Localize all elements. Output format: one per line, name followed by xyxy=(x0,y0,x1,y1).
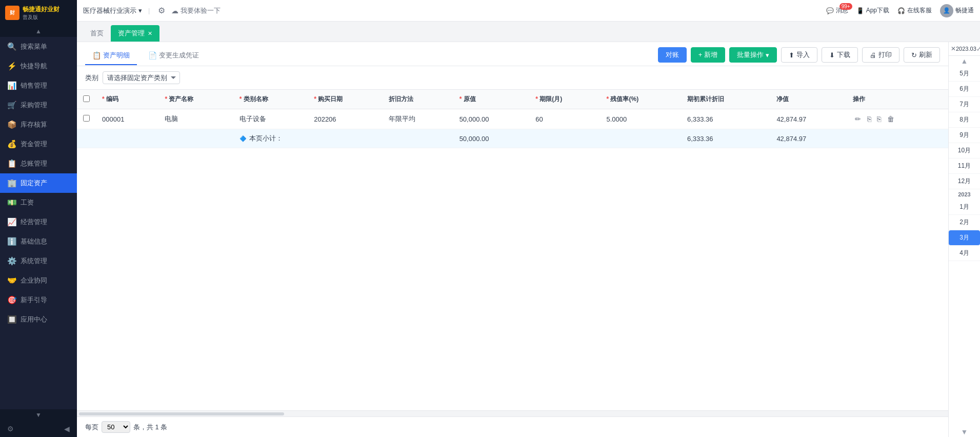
cell-original-value: 50,000.00 xyxy=(453,109,530,129)
topbar-settings-button[interactable]: ⚙ xyxy=(156,4,167,17)
right-panel-up-button[interactable]: ▲ xyxy=(960,56,969,66)
sidebar-settings-button[interactable]: ⚙ xyxy=(7,425,14,433)
tab-home-label: 首页 xyxy=(90,29,104,38)
select-all-checkbox[interactable] xyxy=(83,95,90,102)
sidebar-item-guide[interactable]: 🎯 新手引导 xyxy=(0,290,77,310)
filter-category-label: 类别 xyxy=(85,73,98,83)
app-download-button[interactable]: 📱 App下载 xyxy=(856,6,889,15)
sidebar-item-app-center[interactable]: 🔲 应用中心 xyxy=(0,310,77,329)
sidebar-scroll-up[interactable]: ▲ xyxy=(0,26,77,37)
sidebar-item-operation[interactable]: 📈 经营管理 xyxy=(0,212,77,232)
calendar-month-10[interactable]: 10月 xyxy=(949,143,980,158)
sales-icon: 📊 xyxy=(7,81,16,90)
subtotal-accumulated-depreciation: 6,333.36 xyxy=(681,129,770,148)
calendar-month-7[interactable]: 7月 xyxy=(949,97,980,112)
content-area: 📋 资产明细 📄 变更生成凭证 对账 + 新增 批量操作 xyxy=(77,42,980,437)
col-category: 类别名称 xyxy=(233,90,308,109)
subtotal-icon: 🔷 xyxy=(239,135,247,142)
notifications-icon: 💬 xyxy=(826,7,834,14)
calendar-month-5[interactable]: 5月 xyxy=(949,66,980,82)
new-button[interactable]: + 新增 xyxy=(691,47,725,63)
sidebar-collapse-button[interactable]: ◀ xyxy=(64,425,70,433)
col-checkbox xyxy=(77,90,96,109)
row-checkbox[interactable] xyxy=(83,115,90,122)
sidebar-item-basic-info[interactable]: ℹ️ 基础信息 xyxy=(0,232,77,251)
subtab-change-voucher[interactable]: 📄 变更生成凭证 xyxy=(141,48,206,65)
quick-nav-icon: ⚡ xyxy=(7,62,16,71)
app-download-label: App下载 xyxy=(866,6,889,15)
calendar-month-8[interactable]: 8月 xyxy=(949,112,980,128)
copy-button[interactable]: ⎘ xyxy=(865,114,873,124)
sidebar-item-quick-nav[interactable]: ⚡ 快捷导航 xyxy=(0,56,77,76)
sidebar-item-salary[interactable]: 💵 工资 xyxy=(0,193,77,212)
sidebar-item-enterprise[interactable]: 🤝 企业协同 xyxy=(0,271,77,290)
sidebar-scroll-down[interactable]: ▼ xyxy=(0,409,77,421)
company-selector[interactable]: 医疗器械行业演示 ▾ xyxy=(83,6,142,15)
tab-asset-management[interactable]: 资产管理 ✕ xyxy=(111,25,159,42)
tabbar: 首页 资产管理 ✕ xyxy=(77,22,980,42)
calendar-month-6[interactable]: 6月 xyxy=(949,82,980,97)
sidebar-item-label: 基础信息 xyxy=(21,237,47,246)
experience-button[interactable]: ☁ 我要体验一下 xyxy=(171,6,221,15)
calendar-month-9[interactable]: 9月 xyxy=(949,128,980,143)
page-size-select[interactable]: 50 100 xyxy=(102,421,130,433)
calendar-month-2023-3[interactable]: 3月 xyxy=(949,230,980,246)
scrollbar-thumb[interactable] xyxy=(79,412,284,415)
download-button[interactable]: ⬇ 下载 xyxy=(822,47,858,63)
sidebar-item-ledger[interactable]: 📋 总账管理 xyxy=(0,154,77,173)
sidebar-item-purchase[interactable]: 🛒 采购管理 xyxy=(0,95,77,115)
sidebar-item-label: 快捷导航 xyxy=(21,62,47,71)
sidebar-item-label: 企业协同 xyxy=(21,276,47,285)
sidebar-item-sales[interactable]: 📊 销售管理 xyxy=(0,76,77,95)
user-menu-button[interactable]: 👤 畅捷通 xyxy=(940,4,974,17)
right-panel-down-button[interactable]: ▼ xyxy=(960,427,969,437)
page-size-label: 每页 xyxy=(85,423,98,432)
reconcile-button[interactable]: 对账 xyxy=(658,47,687,63)
calendar-month-2023-1[interactable]: 1月 xyxy=(949,200,980,215)
tab-home[interactable]: 首页 xyxy=(83,25,111,42)
batch-ops-dropdown-icon: ▾ xyxy=(766,51,769,59)
online-service-button[interactable]: 🎧 在线客服 xyxy=(897,6,932,15)
filter-toolbar: 类别 请选择固定资产类别 xyxy=(77,66,948,90)
sidebar-item-fund[interactable]: 💰 资金管理 xyxy=(0,134,77,154)
app-name: 畅捷通好业财 xyxy=(23,5,59,14)
calendar-month-12[interactable]: 12月 xyxy=(949,174,980,189)
calendar-month-2023-2[interactable]: 2月 xyxy=(949,215,980,230)
calendar-month-11[interactable]: 11月 xyxy=(949,158,980,174)
sidebar-item-label: 搜索菜单 xyxy=(21,42,47,51)
cell-depreciation-method: 年限平均 xyxy=(383,109,453,129)
horizontal-scrollbar[interactable] xyxy=(77,410,948,416)
share-button[interactable]: ⎘ xyxy=(875,114,883,124)
user-label: 畅捷通 xyxy=(955,6,974,15)
sidebar-item-fixed-assets[interactable]: 🏢 固定资产 xyxy=(0,173,77,193)
right-panel-header: ✕ 2023.03 ⤢ xyxy=(949,42,980,56)
guide-icon: 🎯 xyxy=(7,295,16,305)
right-panel-expand-button[interactable]: ⤢ xyxy=(976,45,980,52)
cell-accumulated-depreciation: 6,333.36 xyxy=(681,109,770,129)
right-panel-close-button[interactable]: ✕ xyxy=(951,45,956,52)
topbar-right: 💬 消息 99+ 📱 App下载 🎧 在线客服 👤 畅捷通 xyxy=(826,4,974,17)
asset-table-wrapper: 编码 资产名称 类别名称 购买日期 折旧方法 原值 期限(月) 残值率(%) 期… xyxy=(77,90,948,410)
batch-ops-label: 批量操作 xyxy=(737,50,764,59)
filter-category-select[interactable]: 请选择固定资产类别 xyxy=(103,71,180,84)
delete-button[interactable]: 🗑 xyxy=(885,114,896,124)
app-download-icon: 📱 xyxy=(856,7,864,14)
cell-purchase-date: 202206 xyxy=(308,109,382,129)
print-button[interactable]: 🖨 打印 xyxy=(862,47,899,63)
col-original-value: 原值 xyxy=(453,90,530,109)
notifications-button[interactable]: 💬 消息 99+ xyxy=(826,6,848,15)
tab-close-icon[interactable]: ✕ xyxy=(148,30,152,37)
sidebar-item-label: 工资 xyxy=(21,198,34,207)
sidebar-item-search[interactable]: 🔍 搜索菜单 xyxy=(0,37,77,56)
sidebar-item-system[interactable]: ⚙️ 系统管理 xyxy=(0,251,77,271)
sidebar-item-label: 应用中心 xyxy=(21,315,47,324)
edit-button[interactable]: ✏ xyxy=(853,114,863,124)
batch-ops-button[interactable]: 批量操作 ▾ xyxy=(729,47,777,63)
subtotal-empty-5 xyxy=(847,129,948,148)
subtab-asset-detail[interactable]: 📋 资产明细 xyxy=(85,48,137,65)
sidebar-item-inventory[interactable]: 📦 库存核算 xyxy=(0,115,77,134)
import-label: 导入 xyxy=(796,50,810,59)
import-button[interactable]: ⬆ 导入 xyxy=(781,47,817,63)
calendar-month-2023-4[interactable]: 4月 xyxy=(949,246,980,261)
refresh-button[interactable]: ↻ 刷新 xyxy=(904,47,940,63)
